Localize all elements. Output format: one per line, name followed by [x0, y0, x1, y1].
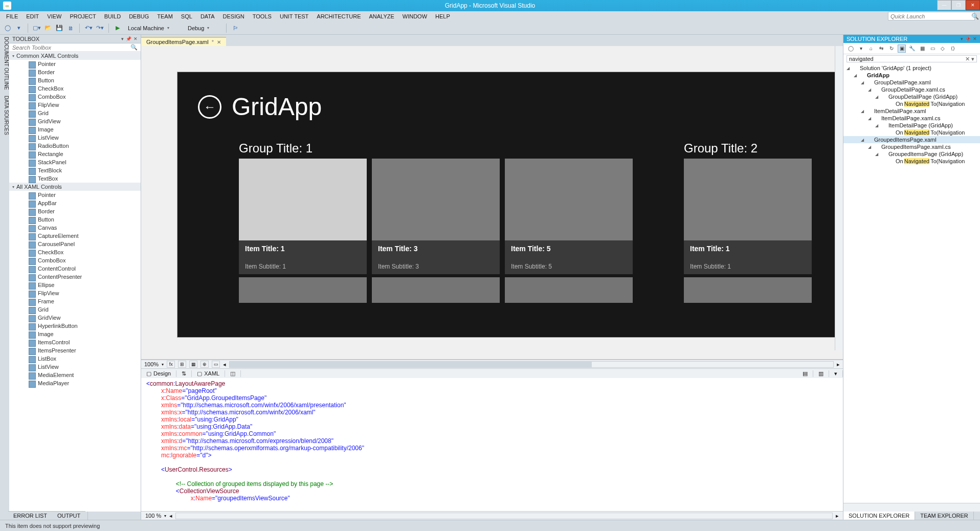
menu-design[interactable]: DESIGN	[219, 12, 249, 20]
toolbox-item[interactable]: CheckBox	[9, 84, 141, 93]
toolbox-item[interactable]: FlipView	[9, 101, 141, 109]
tree-node[interactable]: ◢GroupedItemsPage.xaml.cs	[843, 143, 980, 150]
toolbox-item[interactable]: Pointer	[9, 191, 141, 199]
sync-icon[interactable]: ⇆	[877, 45, 885, 53]
view-designer-icon[interactable]: ⟨⟩	[949, 45, 957, 53]
debug-config-dropdown[interactable]: Debug	[184, 25, 222, 32]
minimize-button[interactable]: —	[937, 0, 951, 10]
flag-icon[interactable]: 🏳	[231, 24, 240, 33]
menu-edit[interactable]: EDIT	[22, 12, 43, 20]
toolbox-item[interactable]: Ellipse	[9, 281, 141, 289]
pin-icon[interactable]: 📌	[965, 36, 971, 41]
toggle-icon[interactable]: ▭	[212, 361, 220, 368]
dropdown-icon[interactable]: ▾	[164, 514, 166, 518]
solution-search[interactable]: navigated ✕ ▾	[847, 55, 977, 62]
toolbox-item[interactable]: Grid	[9, 305, 141, 314]
toolbox-item[interactable]: FlipView	[9, 289, 141, 297]
grid-tile[interactable]	[372, 277, 500, 303]
scroll-right-icon[interactable]: ▸	[836, 513, 839, 519]
save-all-icon[interactable]: 🗎	[66, 24, 75, 33]
xaml-editor[interactable]: <common:LayoutAwarePage x:Name="pageRoot…	[141, 378, 843, 511]
collapse-icon[interactable]: ▾	[829, 370, 843, 377]
toolbox-item[interactable]: Canvas	[9, 224, 141, 232]
new-project-icon[interactable]: ▢▾	[32, 24, 41, 33]
grid-tile[interactable]: Item Title: 1 Item Subtitle: 1	[239, 159, 367, 274]
redo-icon[interactable]: ↷▾	[95, 24, 104, 33]
tree-node[interactable]: OnNavigatedTo(Navigation	[843, 100, 980, 107]
effects-toggle-icon[interactable]: fx	[167, 361, 175, 368]
toolbox-item[interactable]: Pointer	[9, 60, 141, 68]
team-explorer-tab[interactable]: TEAM EXPLORER	[915, 512, 974, 520]
search-icon[interactable]: 🔍	[130, 44, 138, 51]
menu-debug[interactable]: DEBUG	[125, 12, 153, 20]
zoom-level[interactable]: 100%	[144, 361, 159, 367]
toolbox-item[interactable]: MediaPlayer	[9, 379, 141, 387]
tree-node[interactable]: ◢GridApp	[843, 72, 980, 79]
undo-icon[interactable]: ↶▾	[84, 24, 93, 33]
tree-node[interactable]: ◢GroupDetailPage.xaml	[843, 79, 980, 86]
forward-nav-icon[interactable]: ▾	[14, 24, 24, 33]
clear-search-icon[interactable]: ✕ ▾	[965, 56, 974, 62]
menu-data[interactable]: DATA	[196, 12, 219, 20]
save-icon[interactable]: 💾	[55, 24, 64, 33]
menu-unit-test[interactable]: UNIT TEST	[276, 12, 313, 20]
menu-file[interactable]: FILE	[2, 12, 22, 20]
toolbox-item[interactable]: ListView	[9, 134, 141, 142]
grid-tile[interactable]: Item Title: 1 Item Subtitle: 1	[684, 159, 812, 274]
toolbox-item[interactable]: ComboBox	[9, 256, 141, 264]
refresh-icon[interactable]: ↻	[887, 45, 896, 53]
dropdown-icon[interactable]: ▾	[961, 36, 963, 41]
home-icon[interactable]: ⌂	[867, 45, 875, 53]
document-outline-tab[interactable]: DOCUMENT OUTLINE	[4, 37, 9, 90]
tree-node[interactable]: ◢ItemDetailPage.xaml	[843, 107, 980, 115]
document-tab[interactable]: GroupedItemsPage.xaml * ✕	[141, 37, 226, 46]
grid-tile[interactable]: Item Title: 3 Item Subtitle: 3	[372, 159, 500, 274]
toolbox-item[interactable]: GridView	[9, 314, 141, 322]
split-v-icon[interactable]: ▥	[813, 370, 829, 377]
designer-surface[interactable]: ← GridApp Group Title: 1 Item Title: 1 I…	[141, 46, 843, 360]
menu-team[interactable]: TEAM	[153, 12, 177, 20]
design-view-button[interactable]: ▢ Design	[141, 370, 176, 377]
grid-4-icon[interactable]: ▦	[189, 361, 197, 368]
close-panel-icon[interactable]: ✕	[133, 36, 138, 41]
xaml-zoom[interactable]: 100 %	[145, 513, 161, 519]
menu-sql[interactable]: SQL	[177, 12, 196, 20]
toolbox-item[interactable]: MediaElement	[9, 371, 141, 379]
scroll-right-icon[interactable]: ▸	[837, 361, 840, 368]
search-icon[interactable]: 🔍	[971, 13, 979, 20]
tree-node[interactable]: OnNavigatedTo(Navigation	[843, 158, 980, 165]
pin-icon[interactable]: 📌	[126, 36, 131, 41]
solution-explorer-tab[interactable]: SOLUTION EXPLORER	[843, 512, 915, 520]
toolbox-item[interactable]: ItemsPresenter	[9, 346, 141, 355]
toolbox-item[interactable]: ListBox	[9, 355, 141, 363]
error-list-tab[interactable]: ERROR LIST	[8, 511, 52, 520]
preview-icon[interactable]: ▭	[928, 45, 937, 53]
grid-tile[interactable]: Item Title: 5 Item Subtitle: 5	[505, 159, 633, 274]
toolbox-item[interactable]: TextBox	[9, 174, 141, 183]
toolbox-item[interactable]: Button	[9, 76, 141, 84]
grid-tile[interactable]	[239, 277, 367, 303]
tree-node[interactable]: ◢Solution 'GridApp' (1 project)	[843, 64, 980, 72]
solution-hscroll[interactable]	[843, 503, 980, 512]
properties-icon[interactable]: 🔧	[908, 45, 916, 53]
output-tab[interactable]: OUTPUT	[52, 511, 85, 520]
xaml-view-button[interactable]: ▢ XAML	[192, 370, 225, 377]
dropdown-icon[interactable]: ▾	[857, 45, 865, 53]
menu-tools[interactable]: TOOLS	[249, 12, 276, 20]
back-icon[interactable]: ◯	[847, 45, 855, 53]
toolbox-item[interactable]: ItemsControl	[9, 338, 141, 346]
tree-node[interactable]: ◢GroupDetailPage (GridApp)	[843, 93, 980, 100]
toolbox-item[interactable]: StackPanel	[9, 158, 141, 166]
left-side-tabs[interactable]: DOCUMENT OUTLINE DATA SOURCES	[0, 35, 9, 520]
toolbox-item[interactable]: ListView	[9, 363, 141, 371]
grid-tile[interactable]	[505, 277, 633, 303]
menu-analyze[interactable]: ANALYZE	[365, 12, 398, 20]
menu-help[interactable]: HELP	[431, 12, 454, 20]
menu-project[interactable]: PROJECT	[65, 12, 100, 20]
toolbox-item[interactable]: ContentControl	[9, 264, 141, 273]
menu-architecture[interactable]: ARCHITECTURE	[313, 12, 365, 20]
toolbox-item[interactable]: GridView	[9, 117, 141, 125]
toolbox-item[interactable]: AppBar	[9, 199, 141, 207]
toolbox-group-header[interactable]: Common XAML Controls	[9, 52, 141, 60]
close-panel-icon[interactable]: ✕	[973, 36, 977, 41]
